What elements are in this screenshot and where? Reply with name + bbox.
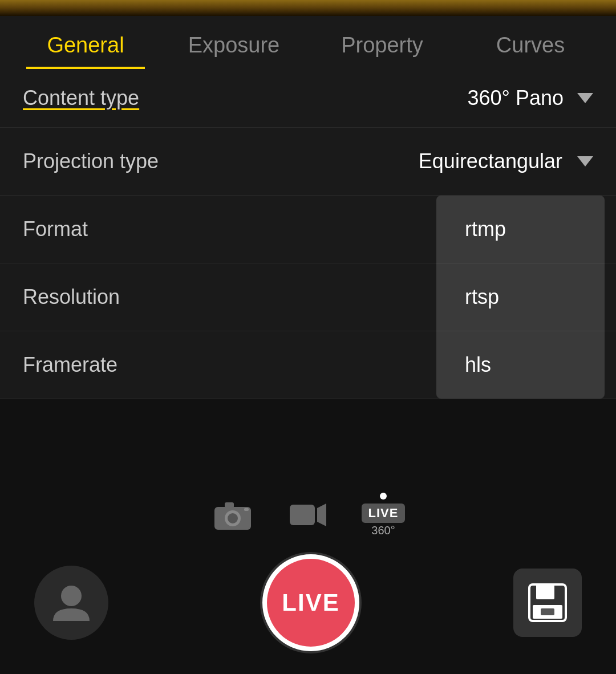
svg-point-7 [61,586,82,606]
resolution-label: Resolution [23,285,120,309]
tab-exposure[interactable]: Exposure [160,16,308,69]
content-type-label: Content type [23,86,139,110]
svg-rect-5 [290,505,315,525]
tab-bar: General Exposure Property Curves [0,16,616,69]
svg-rect-4 [244,508,249,511]
content-type-value[interactable]: 360° Pano [467,86,593,110]
live-record-label: LIVE [282,589,339,616]
active-mode-dot [380,493,387,500]
video-mode-icon[interactable] [287,498,329,532]
mode-selector: LIVE 360° [0,481,616,543]
camera-icon [212,498,253,532]
tab-curves[interactable]: Curves [456,16,605,69]
svg-rect-11 [541,608,554,615]
svg-marker-6 [317,504,326,526]
projection-type-value[interactable]: Equirectangular [419,149,593,173]
dropdown-option-hls[interactable]: hls [436,331,605,399]
live-icon-container: LIVE 360° [363,503,404,537]
projection-type-label: Projection type [23,149,159,173]
live-badge-text: LIVE [368,506,399,520]
tab-property[interactable]: Property [308,16,456,69]
live-record-button[interactable]: LIVE [262,554,359,651]
content-type-dropdown-arrow [577,93,593,103]
live360-mode-icon[interactable]: LIVE 360° [363,493,404,537]
save-button[interactable] [513,569,582,637]
format-label: Format [23,217,88,241]
format-row-wrapper: Format rtmp rtsp hls [0,196,616,263]
format-dropdown-menu: rtmp rtsp hls [436,196,605,399]
content-type-row: Content type 360° Pano [0,69,616,128]
svg-rect-3 [225,502,234,508]
projection-type-row: Projection type Equirectangular [0,128,616,196]
camera-mode-icon[interactable] [212,498,253,532]
save-icon [525,580,570,626]
projection-type-dropdown-arrow [577,156,593,167]
avatar-icon [48,580,94,626]
dropdown-option-rtsp[interactable]: rtsp [436,263,605,331]
svg-point-2 [228,513,238,523]
avatar-button[interactable] [34,566,108,640]
bottom-controls: LIVE [0,543,616,674]
live-360-label: 360° [371,524,395,537]
top-image-strip [0,0,616,16]
video-icon [287,498,329,532]
settings-list: Content type 360° Pano Projection type E… [0,69,616,399]
bottom-area: LIVE 360° LIVE [0,481,616,674]
framerate-label: Framerate [23,353,117,377]
tab-general[interactable]: General [11,16,160,69]
live-badge-box: LIVE [362,504,406,523]
dropdown-option-rtmp[interactable]: rtmp [436,196,605,263]
svg-rect-9 [536,584,554,599]
